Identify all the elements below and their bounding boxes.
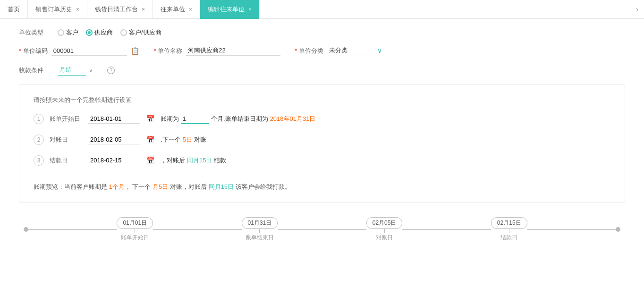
payment-term-dropdown[interactable]: 月结 ∨ [58, 65, 93, 76]
step-3-desc: ，对账后 同月15日 结款 [161, 156, 226, 165]
step-3-date-input[interactable] [88, 156, 140, 165]
radio-customer-supplier[interactable]: 客户/供应商 [120, 28, 161, 37]
tab-cash-ledger-label: 钱货日清工作台 [95, 5, 138, 14]
payment-term-label: 收款条件 [19, 66, 43, 75]
timeline-tick-1 [135, 229, 135, 233]
timeline-line-5 [527, 229, 616, 230]
step-1-desc-pre: 账期为 [161, 115, 179, 123]
tab-partner-units[interactable]: 往来单位 × [153, 0, 200, 19]
timeline-label-1: 账单开始日 [121, 234, 149, 242]
step-2-date-input[interactable] [88, 135, 140, 144]
billing-period-panel: 请按照未来的一个完整帐期进行设置 1 账单开始日 📅 账期为 个月,账单结束日期… [19, 84, 625, 203]
step-2-desc: ,下一个 5日 对账 [161, 135, 206, 144]
radio-supplier-circle [86, 29, 93, 36]
timeline-label-4: 结款日 [500, 234, 517, 242]
timeline-node-3: 02月05日 对账日 [366, 217, 403, 242]
preview-period: 1个月， [109, 183, 131, 190]
payment-term-help-icon[interactable]: ? [107, 67, 115, 74]
tab-edit-partner[interactable]: 编辑往来单位 × [200, 0, 260, 19]
step-3-number: 3 [34, 155, 44, 166]
close-sales-history-icon[interactable]: × [76, 6, 79, 13]
timeline-tick-3 [384, 229, 385, 233]
radio-supplier-label: 供应商 [94, 28, 113, 37]
step-1-date-input[interactable] [88, 114, 140, 124]
close-edit-partner-icon[interactable]: × [248, 6, 252, 13]
unit-class-dropdown[interactable]: 未分类 ∨ [327, 45, 384, 56]
step-3-desc-pre: ，对账后 [161, 156, 185, 165]
close-partner-units-icon[interactable]: × [189, 6, 192, 13]
timeline-line-3 [278, 229, 366, 230]
step-2-calendar-icon[interactable]: 📅 [146, 135, 155, 144]
tab-home-label: 首页 [8, 5, 20, 14]
timeline-badge-2: 01月31日 [242, 217, 278, 229]
step-2-highlight1: 5日 [183, 135, 192, 144]
step-2-row: 2 对账日 📅 ,下一个 5日 对账 [34, 135, 610, 145]
step-3-label: 结款日 [50, 156, 83, 165]
tab-edit-partner-label: 编辑往来单位 [208, 5, 245, 14]
step-3-highlight2: 同月15日 [187, 156, 212, 165]
unit-fields-row: 单位编码 📋 单位名称 单位分类 未分类 ∨ [19, 45, 625, 56]
timeline-tick-2 [259, 229, 260, 233]
payment-term-row: 收款条件 月结 ∨ ? [19, 65, 625, 76]
unit-code-group: 单位编码 📋 [19, 46, 140, 56]
tab-home[interactable]: 首页 [0, 0, 28, 19]
preview-bar: 账期预览：当前客户账期是 1个月， 下一个 月5日 对账，对账后 同月15日 该… [34, 176, 610, 191]
unit-class-group: 单位分类 未分类 ∨ [295, 45, 384, 56]
timeline-node-2: 01月31日 账单结束日 [242, 217, 278, 242]
radio-supplier[interactable]: 供应商 [86, 28, 113, 37]
payment-term-chevron-icon[interactable]: ∨ [89, 67, 93, 74]
timeline-node-1: 01月01日 账单开始日 [117, 217, 153, 242]
radio-customer[interactable]: 客户 [58, 28, 78, 37]
preview-suffix: 该客户会给我打款。 [236, 183, 291, 190]
step-2-desc-post: 对账 [194, 135, 206, 144]
step-1-end-date-highlight: 2018年01月31日 [270, 115, 316, 123]
tab-sales-history[interactable]: 销售订单历史 × [28, 0, 87, 19]
unit-name-label: 单位名称 [154, 47, 183, 55]
unit-type-label: 单位类型 [19, 28, 43, 37]
step-3-calendar-icon[interactable]: 📅 [146, 156, 155, 165]
timeline-line-4 [402, 229, 491, 230]
preview-reconcile: 对账，对账后 [170, 183, 207, 190]
step-2-desc-pre: ,下一个 [161, 135, 181, 144]
step-1-calendar-icon[interactable]: 📅 [146, 115, 155, 123]
unit-name-input[interactable] [186, 46, 280, 56]
step-2-label: 对账日 [50, 135, 83, 144]
preview-day-highlight: 月5日 [153, 183, 168, 190]
unit-class-arrow-icon[interactable]: ∨ [377, 47, 382, 54]
step-1-row: 1 账单开始日 📅 账期为 个月,账单结束日期为 2018年01月31日 [34, 114, 610, 124]
step-1-label: 账单开始日 [50, 115, 83, 123]
step-1-desc: 账期为 个月,账单结束日期为 2018年01月31日 [161, 114, 315, 124]
timeline-line-2 [153, 229, 241, 230]
timeline-label-2: 账单结束日 [246, 234, 274, 242]
timeline-track: 01月01日 账单开始日 01月31日 账单结束日 02月05日 对账日 02月… [19, 217, 625, 242]
tabs-more-button[interactable]: › [630, 5, 644, 14]
step-1-number: 1 [34, 114, 44, 124]
panel-hint: 请按照未来的一个完整帐期进行设置 [34, 96, 610, 104]
tab-sales-history-label: 销售订单历史 [35, 5, 72, 14]
timeline-badge-1: 01月01日 [117, 217, 153, 229]
tab-partner-units-label: 往来单位 [161, 5, 185, 14]
tab-cash-ledger[interactable]: 钱货日清工作台 × [87, 0, 153, 19]
close-cash-ledger-icon[interactable]: × [142, 6, 145, 13]
radio-customer-circle [58, 29, 64, 36]
timeline-badge-4: 02月15日 [491, 217, 527, 229]
timeline-label-3: 对账日 [376, 234, 393, 242]
unit-code-calendar-icon[interactable]: 📋 [131, 47, 140, 55]
step-3-row: 3 结款日 📅 ，对账后 同月15日 结款 [34, 155, 610, 166]
preview-pay-day: 同月15日 [209, 183, 234, 190]
timeline-start-dot [24, 227, 28, 232]
unit-type-radio-group: 客户 供应商 客户/供应商 [58, 28, 161, 37]
radio-customer-supplier-label: 客户/供应商 [129, 28, 161, 37]
preview-prefix: 账期预览：当前客户账期是 [34, 183, 107, 190]
unit-class-value: 未分类 [329, 46, 374, 55]
radio-customer-label: 客户 [66, 28, 78, 37]
step-1-desc-mid: 个月,账单结束日期为 [211, 115, 268, 123]
period-input[interactable] [181, 114, 209, 124]
unit-code-input[interactable] [51, 46, 127, 56]
timeline-tick-4 [509, 229, 509, 233]
timeline-badge-3: 02月05日 [366, 217, 403, 229]
unit-class-label: 单位分类 [295, 47, 323, 55]
tabs-bar: 首页 销售订单历史 × 钱货日清工作台 × 往来单位 × 编辑往来单位 × › [0, 0, 644, 19]
timeline-node-4: 02月15日 结款日 [491, 217, 527, 242]
main-content: 单位类型 客户 供应商 客户/供应商 单位编码 📋 单位名称 [0, 19, 644, 287]
